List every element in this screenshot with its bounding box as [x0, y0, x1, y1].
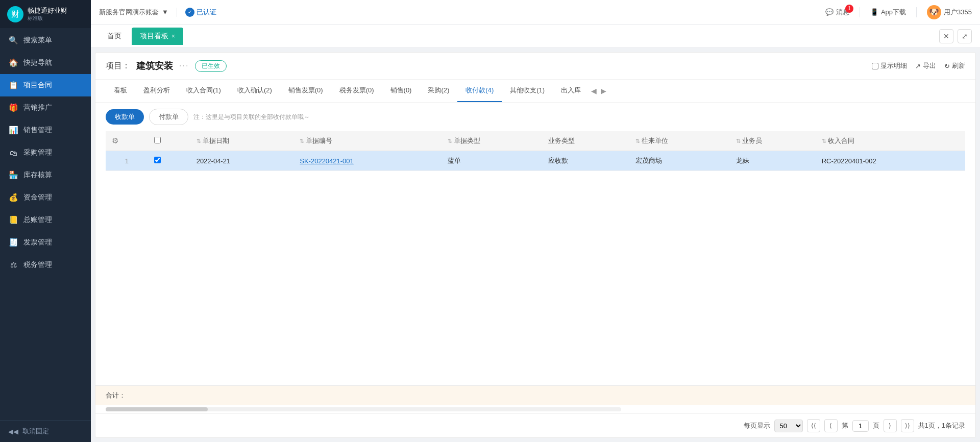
sub-tab-receipt[interactable]: 收款单 [106, 109, 144, 125]
content-area: 项目： 建筑安装 ··· 已生效 显示明细 ↗ 导出 ↻ 刷新 [95, 52, 976, 438]
total-label: 合计： [106, 391, 126, 400]
sidebar-item-label: 税务管理 [23, 260, 52, 269]
account-selector[interactable]: 新服务官网演示账套 ▼ [99, 8, 168, 17]
sidebar-logo: 财 畅捷通好业财 标准版 [0, 0, 91, 29]
nav-next-arrow[interactable]: ▶ [599, 83, 608, 99]
sidebar-item-invoice-mgmt[interactable]: 🧾 发票管理 [0, 231, 91, 254]
nav-tab-income-contract[interactable]: 收入合同(1) [178, 80, 229, 102]
sidebar-item-purchase-mgmt[interactable]: 🛍 采购管理 [0, 141, 91, 164]
nav-tab-tax-invoice[interactable]: 税务发票(0) [331, 80, 382, 102]
sidebar-item-inventory[interactable]: 🏪 库存核算 [0, 164, 91, 186]
column-checkbox [148, 131, 190, 151]
message-badge: 1 [845, 5, 853, 13]
export-button[interactable]: ↗ 导出 [915, 61, 936, 70]
sidebar-item-ledger-mgmt[interactable]: 📒 总账管理 [0, 209, 91, 231]
main-area: 新服务官网演示账套 ▼ ✓ 已认证 💬 消息 1 📱 App下载 🐶 [91, 0, 980, 442]
per-page-select[interactable]: 50 20 100 [774, 420, 803, 432]
row-select-checkbox[interactable] [154, 157, 161, 163]
sidebar-item-label: 总账管理 [23, 215, 52, 225]
sidebar-item-tax-mgmt[interactable]: ⚖ 税务管理 [0, 254, 91, 276]
user-action[interactable]: 🐶 用户3355 [927, 5, 972, 19]
page-number-input[interactable] [852, 420, 869, 432]
column-number[interactable]: 单据编号 [293, 131, 442, 151]
invoice-icon: 🧾 [8, 237, 18, 248]
inventory-icon: 🏪 [8, 170, 18, 180]
sidebar-item-sales-mgmt[interactable]: 📊 销售管理 [0, 119, 91, 141]
divider [916, 7, 917, 17]
nav-tab-receipt-payment[interactable]: 收付款(4) [457, 80, 502, 102]
nav-prev-arrow[interactable]: ◀ [589, 83, 599, 99]
sidebar-item-label: 发票管理 [23, 238, 52, 247]
table-wrapper: ⚙ 单据日期 单据编号 单据类型 业务类型 [95, 131, 975, 385]
last-page-button[interactable]: ⟩⟩ [901, 419, 914, 432]
sidebar-item-quick-nav[interactable]: 🏠 快捷导航 [0, 52, 91, 74]
refresh-button[interactable]: ↻ 刷新 [944, 61, 965, 70]
column-partner[interactable]: 往来单位 [629, 131, 730, 151]
sidebar-nav: 🔍 搜索菜单 🏠 快捷导航 📋 项目合同 🎁 营销推广 📊 销售管理 🛍 采购管… [0, 29, 91, 420]
nav-tab-sales[interactable]: 销售(0) [382, 80, 420, 102]
cell-partner: 宏茂商场 [629, 151, 730, 171]
nav-tabs: 看板 盈利分析 收入合同(1) 收入确认(2) 销售发票(0) 税务发票(0) … [95, 80, 975, 103]
scrollbar-area [95, 405, 975, 413]
project-title: 建筑安装 [136, 60, 173, 72]
gift-icon: 🎁 [8, 103, 18, 113]
tab-close-icon[interactable]: × [172, 33, 175, 40]
column-settings[interactable]: ⚙ [106, 131, 148, 151]
unpin-label: 取消固定 [22, 427, 49, 436]
show-detail-checkbox[interactable] [872, 63, 878, 69]
show-detail-label[interactable]: 显示明细 [872, 61, 907, 70]
per-page-label: 每页显示 [744, 421, 770, 430]
cell-income-contract: RC-20220401-002 [816, 151, 965, 171]
column-date[interactable]: 单据日期 [190, 131, 294, 151]
certified-label: 已认证 [197, 8, 216, 17]
prev-page-button[interactable]: ⟨ [824, 419, 838, 432]
project-icon: 📋 [8, 80, 18, 90]
app-download-action[interactable]: 📱 App下载 [870, 8, 906, 17]
tab-home-label: 首页 [107, 32, 121, 41]
unpin-icon: ◀◀ [8, 428, 18, 435]
scrollbar-thumb[interactable] [106, 407, 208, 411]
account-name: 新服务官网演示账套 [99, 8, 159, 17]
scrollbar-track[interactable] [106, 407, 621, 411]
tab-project-kanban[interactable]: 项目看板 × [132, 28, 183, 45]
column-income-contract[interactable]: 收入合同 [816, 131, 965, 151]
purchase-icon: 🛍 [8, 148, 18, 158]
table-footer: 合计： [95, 385, 975, 405]
nav-tab-sales-invoice[interactable]: 销售发票(0) [280, 80, 331, 102]
nav-tab-income-confirm[interactable]: 收入确认(2) [229, 80, 280, 102]
sub-tab-payment[interactable]: 付款单 [149, 109, 188, 125]
sidebar-unpin[interactable]: ◀◀ 取消固定 [0, 420, 91, 442]
sidebar-item-marketing[interactable]: 🎁 营销推广 [0, 96, 91, 119]
sidebar-item-fund-mgmt[interactable]: 💰 资金管理 [0, 186, 91, 209]
cell-salesperson: 龙妹 [730, 151, 816, 171]
project-header: 项目： 建筑安装 ··· 已生效 显示明细 ↗ 导出 ↻ 刷新 [95, 53, 975, 80]
select-all-checkbox[interactable] [154, 137, 161, 143]
divider [860, 7, 860, 17]
nav-tab-inout-warehouse[interactable]: 出入库 [553, 80, 589, 102]
first-page-button[interactable]: ⟨⟨ [807, 419, 820, 432]
page-suffix: 页 [873, 421, 879, 430]
sidebar-item-project-contract[interactable]: 📋 项目合同 [0, 74, 91, 96]
expand-button[interactable]: ⤢ [958, 29, 972, 43]
topbar: 新服务官网演示账套 ▼ ✓ 已认证 💬 消息 1 📱 App下载 🐶 [91, 0, 980, 24]
next-page-button[interactable]: ⟩ [884, 419, 897, 432]
sub-tabs: 收款单 付款单 注：这里是与项目关联的全部收付款单哦～ [95, 103, 975, 131]
column-type[interactable]: 单据类型 [442, 131, 542, 151]
close-button[interactable]: ✕ [939, 29, 953, 43]
data-table: ⚙ 单据日期 单据编号 单据类型 业务类型 [106, 131, 965, 171]
column-salesperson[interactable]: 业务员 [730, 131, 816, 151]
tab-home[interactable]: 首页 [99, 28, 130, 45]
project-prefix: 项目： [106, 61, 130, 71]
cell-number[interactable]: SK-20220421-001 [293, 151, 442, 171]
nav-tab-other-income[interactable]: 其他收支(1) [502, 80, 553, 102]
project-more-icon[interactable]: ··· [179, 61, 189, 70]
shield-icon: ✓ [185, 8, 194, 17]
nav-tab-purchase[interactable]: 采购(2) [420, 80, 457, 102]
sidebar-item-search[interactable]: 🔍 搜索菜单 [0, 29, 91, 52]
nav-tab-profit[interactable]: 盈利分析 [135, 80, 178, 102]
row-checkbox[interactable] [148, 151, 190, 171]
nav-tab-kanban[interactable]: 看板 [106, 80, 135, 102]
app-download-label: App下载 [881, 8, 906, 17]
message-action[interactable]: 💬 消息 1 [825, 8, 849, 17]
page-label: 第 [842, 421, 848, 430]
